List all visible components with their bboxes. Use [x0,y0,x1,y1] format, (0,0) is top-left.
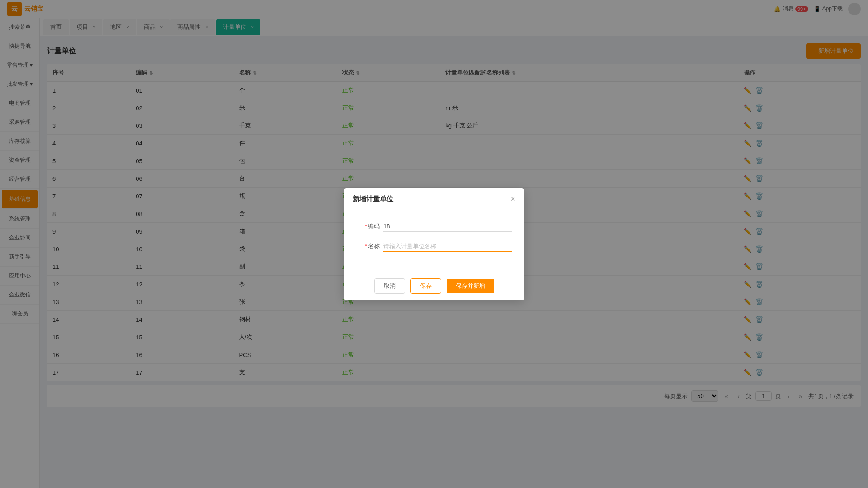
modal-header: 新增计量单位 × [344,188,524,210]
modal-footer: 取消 保存 保存并新增 [344,272,524,300]
name-input[interactable] [383,241,512,252]
required-star-name: * [365,243,367,249]
modal-close-btn[interactable]: × [510,195,515,203]
cancel-button[interactable]: 取消 [374,278,405,294]
code-input[interactable] [383,221,512,232]
name-label: *名称 [356,242,383,250]
modal-title: 新增计量单位 [353,195,393,203]
required-star-code: * [365,223,367,230]
form-row-code: *编码 [356,221,512,232]
modal-add-unit: 新增计量单位 × *编码 *名称 取消 保存 保存并新增 [344,188,524,300]
form-row-name: *名称 [356,241,512,252]
modal-body: *编码 *名称 [344,210,524,272]
code-label: *编码 [356,222,383,230]
save-and-new-button[interactable]: 保存并新增 [447,279,494,293]
modal-overlay: 新增计量单位 × *编码 *名称 取消 保存 保存并新增 [0,0,868,488]
save-button[interactable]: 保存 [410,278,441,294]
